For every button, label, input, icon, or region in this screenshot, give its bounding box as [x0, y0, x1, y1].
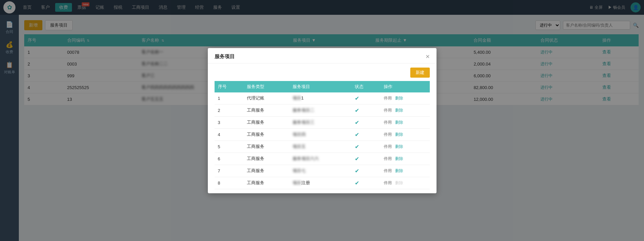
modal-toolbar: 新建: [215, 68, 430, 78]
modal-cell-type: 代理记账: [243, 92, 289, 105]
modal-col-seq: 序号: [215, 81, 244, 92]
delete-button[interactable]: 删除: [395, 144, 403, 149]
modal-table-row: 5 工商服务 项目五 ✔ 停用 删除: [215, 140, 430, 153]
modal-table-row: 7 工商服务 项目七 ✔ 停用 删除: [215, 165, 430, 177]
modal-table-header: 序号 服务类型 服务项目 状态 操作: [215, 81, 430, 92]
modal-table-row: 8 工商服务 项目注册 ✔ 停用 删除: [215, 177, 430, 189]
delete-button[interactable]: 删除: [395, 120, 403, 125]
stop-button[interactable]: 停用: [384, 108, 392, 113]
modal-table-container: 序号 服务类型 服务项目 状态 操作 1 代理记账 项目1 ✔: [215, 81, 430, 189]
modal-table-row: 4 工商服务 项目四 ✔ 停用 删除: [215, 128, 430, 140]
stop-button[interactable]: 停用: [384, 132, 392, 137]
stop-button[interactable]: 停用: [384, 180, 392, 185]
modal-new-button[interactable]: 新建: [410, 68, 430, 78]
modal-overlay[interactable]: 服务项目 ✕ 新建 序号 服务类型 服务项目 状态 操作: [0, 0, 644, 241]
modal-cell-status: ✔: [351, 92, 381, 105]
delete-button[interactable]: 删除: [395, 108, 403, 113]
modal-header: 服务项目 ✕: [208, 48, 437, 64]
modal-body: 新建 序号 服务类型 服务项目 状态 操作: [208, 64, 437, 193]
modal-col-status: 状态: [351, 81, 381, 92]
delete-button[interactable]: 删除: [395, 156, 403, 161]
stop-button[interactable]: 停用: [384, 156, 392, 161]
stop-button[interactable]: 停用: [384, 120, 392, 125]
modal-cell-item: 项目1: [289, 92, 351, 105]
modal-cell-action: 停用 删除: [380, 92, 429, 105]
modal-close-button[interactable]: ✕: [425, 53, 430, 60]
service-table: 序号 服务类型 服务项目 状态 操作 1 代理记账 项目1 ✔: [215, 81, 430, 189]
stop-button[interactable]: 停用: [384, 168, 392, 173]
delete-button-disabled: 删除: [395, 180, 403, 185]
delete-button[interactable]: 删除: [395, 96, 403, 101]
stop-button[interactable]: 停用: [384, 96, 392, 101]
modal-col-item: 服务项目: [289, 81, 351, 92]
delete-button[interactable]: 删除: [395, 132, 403, 137]
modal-table-row: 1 代理记账 项目1 ✔ 停用 删除: [215, 92, 430, 105]
stop-button[interactable]: 停用: [384, 144, 392, 149]
modal-table-row: 2 工商服务 服务项目二 ✔ 停用 删除: [215, 104, 430, 116]
modal-col-action: 操作: [380, 81, 429, 92]
modal-table-row: 6 工商服务 服务项目六六 ✔ 停用 删除: [215, 153, 430, 165]
service-modal: 服务项目 ✕ 新建 序号 服务类型 服务项目 状态 操作: [208, 48, 437, 193]
modal-table-row: 3 工商服务 服务项目三 ✔ 停用 删除: [215, 116, 430, 128]
modal-col-type: 服务类型: [243, 81, 289, 92]
modal-cell-seq: 1: [215, 92, 244, 105]
modal-title: 服务项目: [215, 53, 235, 60]
delete-button[interactable]: 删除: [395, 168, 403, 173]
